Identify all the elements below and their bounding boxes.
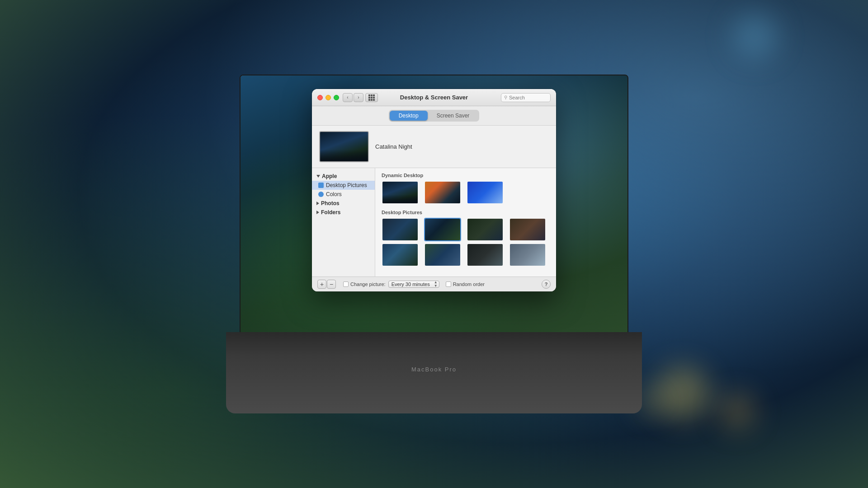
minimize-button[interactable]: [326, 95, 331, 100]
wallpaper-item-pic-5[interactable]: [382, 243, 419, 267]
sidebar-item-label: Desktop Pictures: [326, 182, 367, 188]
preview-label: Catalina Night: [375, 143, 412, 150]
wallpaper-item-dyn-2[interactable]: [424, 181, 461, 204]
section-label-dynamic: Dynamic Desktop: [382, 173, 550, 178]
random-order-label: Random order: [453, 282, 485, 287]
close-button[interactable]: [317, 95, 323, 100]
wallpaper-item-pic-1[interactable]: [382, 218, 419, 241]
change-picture-checkbox-item: Change picture:: [343, 282, 386, 287]
sidebar-item-label: Colors: [326, 191, 342, 197]
remove-folder-button[interactable]: −: [327, 280, 336, 289]
sidebar-category-label: Apple: [322, 173, 337, 179]
window-title: Desktop & Screen Saver: [400, 94, 468, 101]
wallpaper-thumb-inner: [467, 244, 503, 266]
wallpaper-thumb-inner: [425, 182, 460, 203]
maximize-button[interactable]: [334, 95, 339, 100]
change-picture-label: Change picture:: [350, 282, 386, 287]
bokeh-light-4: [732, 14, 778, 59]
tab-desktop[interactable]: Desktop: [390, 111, 428, 121]
traffic-lights: [317, 95, 339, 100]
sidebar-category-folders[interactable]: Folders: [312, 208, 375, 217]
screen-area: ‹ › Desktop & Screen Saver ⚲: [240, 75, 628, 337]
wallpaper-item-dyn-1[interactable]: [382, 181, 419, 204]
laptop-body: MacBook Pro: [226, 332, 642, 413]
interval-dropdown[interactable]: Every 30 minutes Every 5 minutes Every h…: [388, 281, 439, 288]
colors-icon: [318, 192, 324, 197]
wallpaper-item-dyn-3[interactable]: [467, 181, 504, 204]
search-icon: ⚲: [504, 95, 507, 100]
folder-icon: [318, 183, 324, 188]
preview-thumb-inner: [320, 132, 368, 161]
search-box[interactable]: ⚲: [501, 93, 551, 102]
tabs-bar: Desktop Screen Saver: [312, 106, 556, 126]
wallpaper-item-pic-7[interactable]: [467, 243, 504, 267]
forward-button[interactable]: ›: [354, 93, 363, 102]
dialog-window: ‹ › Desktop & Screen Saver ⚲: [312, 89, 556, 291]
help-button[interactable]: ?: [542, 280, 551, 289]
section-label-static: Desktop Pictures: [382, 210, 550, 215]
nav-buttons: ‹ ›: [343, 93, 363, 102]
wallpaper-item-pic-2[interactable]: [424, 218, 461, 241]
expand-arrow-icon: [316, 202, 319, 205]
expand-arrow-icon: [316, 175, 320, 178]
change-picture-row: Change picture: Every 30 minutes Every 5…: [343, 281, 439, 288]
content-area: Apple Desktop Pictures Colors Photos: [312, 168, 556, 277]
wallpaper-thumb-inner: [382, 244, 418, 266]
random-order-checkbox[interactable]: [446, 282, 451, 287]
wallpaper-item-pic-6[interactable]: [424, 243, 461, 267]
wallpaper-thumb-inner: [425, 244, 460, 266]
wallpaper-thumb-inner: [425, 219, 460, 240]
tab-group: Desktop Screen Saver: [389, 110, 480, 122]
wallpaper-item-pic-4[interactable]: [509, 218, 546, 241]
wallpaper-item-pic-8[interactable]: [509, 243, 546, 267]
bokeh-light-2: [719, 393, 755, 429]
wallpaper-thumb-inner: [510, 219, 545, 240]
random-order-checkbox-item: Random order: [446, 282, 485, 287]
sidebar-category-photos[interactable]: Photos: [312, 199, 375, 208]
dynamic-desktop-grid: [382, 181, 550, 204]
add-folder-button[interactable]: +: [317, 280, 326, 289]
tab-screensaver[interactable]: Screen Saver: [428, 111, 479, 121]
sidebar-category-apple[interactable]: Apple: [312, 172, 375, 181]
sidebar-category-label: Photos: [321, 200, 340, 206]
grid-view-button[interactable]: [365, 93, 378, 102]
grid-icon: [368, 94, 375, 101]
interval-dropdown-wrapper: Every 30 minutes Every 5 minutes Every h…: [388, 281, 439, 288]
laptop-frame: ‹ › Desktop & Screen Saver ⚲: [226, 75, 642, 413]
sidebar: Apple Desktop Pictures Colors Photos: [312, 168, 375, 277]
bokeh-light-1: [656, 366, 710, 420]
wallpaper-panel: Dynamic Desktop Desktop Pictures: [375, 168, 556, 277]
wallpaper-thumb-inner: [382, 219, 418, 240]
wallpaper-thumb-inner: [382, 182, 418, 203]
sidebar-item-colors[interactable]: Colors: [312, 190, 375, 199]
back-button[interactable]: ‹: [343, 93, 353, 102]
search-input[interactable]: [509, 95, 545, 100]
change-picture-checkbox[interactable]: [343, 282, 349, 287]
sidebar-item-desktop-pictures[interactable]: Desktop Pictures: [312, 181, 375, 190]
title-bar: ‹ › Desktop & Screen Saver ⚲: [312, 89, 556, 106]
wallpaper-item-pic-3[interactable]: [467, 218, 504, 241]
bottom-bar: + − Change picture: Every 30 minutes Eve…: [312, 277, 556, 291]
preview-panel: Catalina Night: [312, 126, 556, 168]
wallpaper-thumb-inner: [510, 244, 545, 266]
desktop-pictures-grid: [382, 218, 550, 267]
wallpaper-thumb-inner: [467, 182, 503, 203]
expand-arrow-icon: [316, 211, 319, 214]
add-remove-buttons: + −: [317, 280, 336, 289]
laptop-label: MacBook Pro: [411, 366, 457, 373]
preview-thumbnail: [319, 131, 369, 162]
sidebar-category-label: Folders: [321, 209, 340, 216]
wallpaper-thumb-inner: [467, 219, 503, 240]
